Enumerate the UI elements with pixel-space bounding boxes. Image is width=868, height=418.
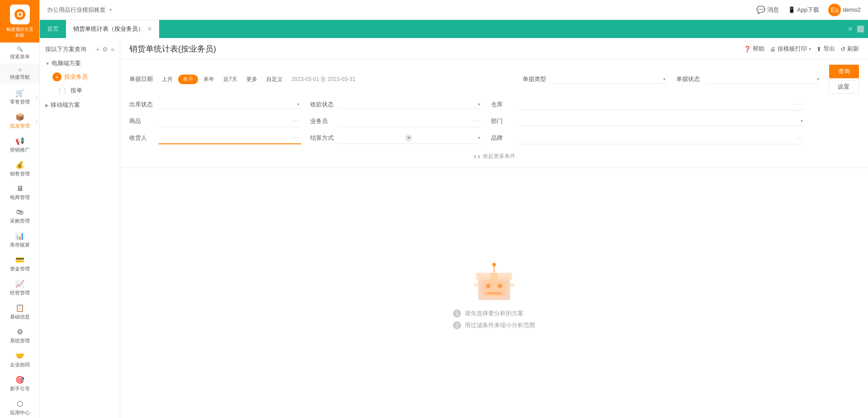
payment-status-dropdown-icon: ▾: [478, 102, 480, 107]
message-button[interactable]: 💬 消息: [756, 5, 779, 14]
filter-row-3: 商品 ··· 业务员 ··· 部门: [129, 115, 859, 127]
add-scheme-button[interactable]: +: [96, 46, 99, 53]
tip-1-num: 1: [453, 309, 461, 318]
tip-2-num: 2: [453, 321, 461, 329]
salesperson-input[interactable]: ···: [339, 115, 482, 127]
date-tab-custom[interactable]: 自定义: [263, 75, 286, 84]
active-indicator: ●: [52, 72, 61, 81]
sidebar-item-sales[interactable]: 💰 销售管理: [0, 157, 39, 181]
date-tab-this-month[interactable]: 本月: [178, 75, 198, 84]
quick-nav-icon: ☆: [18, 67, 22, 73]
search-icon: 🔍: [17, 46, 23, 52]
date-range-text: 2023-03-01 至 2023-03-31: [292, 76, 355, 83]
sidebar-item-retail[interactable]: 🛒 零售管理 ›: [0, 85, 39, 109]
chevron-right-icon: ▶: [45, 103, 49, 108]
date-tab-last-month[interactable]: 上月: [158, 75, 176, 84]
mobile-group-header[interactable]: ▶ 移动端方案: [40, 99, 120, 111]
receiver-input[interactable]: ···: [158, 132, 301, 144]
settlement-label: 结算方式: [310, 134, 335, 142]
sidebar-item-newbie[interactable]: 🎯 新手引导: [0, 372, 39, 396]
product-label: 商品: [129, 117, 155, 125]
svg-point-7: [498, 284, 502, 288]
tab-home[interactable]: 首页: [40, 20, 66, 38]
sidebar-item-marketing[interactable]: 📢 营销推广: [0, 133, 39, 157]
scheme-panel: 按以下方案查询 + ⚙ « ▼ 电脑端方案 ● 按业务员 ⋮⋮: [40, 38, 120, 418]
sidebar-item-business[interactable]: 📈 经营管理: [0, 276, 39, 300]
scheme-panel-header: 按以下方案查询 + ⚙ «: [40, 43, 120, 56]
settlement-input[interactable]: ✕ ▾: [339, 133, 482, 144]
page-actions: ❓ 帮助 🖨 按模板打印 ▾ ⬆ 导出 ↺ 刷新: [744, 45, 859, 53]
chevron-down-icon: ▼: [45, 61, 50, 66]
content-area: 按以下方案查询 + ⚙ « ▼ 电脑端方案 ● 按业务员 ⋮⋮: [40, 38, 868, 418]
appstore-icon: ⬡: [17, 399, 23, 408]
date-tab-more[interactable]: 更多: [243, 75, 261, 84]
page-title: 销货单统计表(按业务员): [129, 43, 216, 54]
help-button[interactable]: ❓ 帮助: [744, 45, 764, 53]
sidebar-item-wholesale[interactable]: 📦 批发管理 ›: [0, 109, 39, 133]
system-icon: ⚙: [17, 328, 23, 336]
sidebar-item-appstore[interactable]: ⬡ 应用中心: [0, 396, 39, 418]
sidebar-item-inventory[interactable]: 📊 库存核算: [0, 228, 39, 252]
close-window-icon[interactable]: ✕: [848, 25, 853, 33]
sidebar-item-system[interactable]: ⚙ 系统管理: [0, 324, 39, 348]
out-status-label: 出库状态: [129, 100, 155, 109]
sidebar-item-basic[interactable]: 📋 基础信息: [0, 300, 39, 324]
brand-input[interactable]: ···: [520, 132, 805, 144]
date-tab-this-year[interactable]: 本年: [200, 75, 218, 84]
svg-point-6: [486, 284, 491, 288]
setting-button[interactable]: 设置: [828, 80, 859, 94]
receiver-more-icon: ···: [292, 133, 299, 142]
print-button[interactable]: 🖨 按模板打印 ▾: [770, 45, 811, 53]
settings-scheme-button[interactable]: ⚙: [102, 46, 108, 53]
print-icon: 🖨: [770, 46, 776, 52]
sidebar-item-purchase[interactable]: 🛍 采购管理: [0, 204, 39, 228]
phone-icon: 📱: [788, 6, 795, 13]
sidebar-item-ecommerce[interactable]: 🖥 电商管理: [0, 181, 39, 204]
sidebar-item-finance[interactable]: 💳 资金管理: [0, 252, 39, 276]
settlement-dropdown-icon: ▾: [478, 135, 480, 140]
order-icon: ⋮⋮: [57, 87, 68, 94]
doc-type-input[interactable]: ▾: [552, 75, 667, 84]
out-status-input[interactable]: ▾: [158, 100, 301, 109]
app-download-button[interactable]: 📱 App下载: [788, 6, 819, 14]
tab-close-button[interactable]: ✕: [147, 26, 152, 32]
logo-text: 畅捷通好生意 标版: [6, 26, 33, 38]
quick-nav-item[interactable]: ☆ 快捷导航: [0, 64, 39, 83]
department-input[interactable]: ▾: [520, 117, 805, 126]
search-menu-item[interactable]: 🔍 搜索菜单: [0, 43, 39, 64]
tab-expand-area: ✕ ⬜: [848, 25, 864, 33]
tab-sales-stats[interactable]: 销货单统计表（按业务员） ✕: [66, 20, 159, 38]
export-button[interactable]: ⬆ 导出: [816, 45, 835, 53]
doc-status-input[interactable]: ▾: [705, 75, 821, 84]
settlement-clear-button[interactable]: ✕: [405, 134, 412, 142]
query-button[interactable]: 查询: [829, 65, 859, 78]
finance-icon: 💳: [15, 256, 24, 264]
sidebar-logo[interactable]: 畅捷通好生意 标版: [0, 0, 39, 43]
payment-status-label: 收款状态: [310, 100, 335, 109]
business-icon: 📈: [15, 280, 24, 288]
filter-doc-status: 单据状态 ▾: [676, 75, 821, 84]
filter-date: 单据日期 上月 本月 本年 近7天 更多 自定义 2023-03-01 至 20…: [129, 75, 355, 84]
date-tab-last-7[interactable]: 近7天: [220, 75, 241, 84]
empty-illustration: [467, 257, 521, 302]
scheme-item-by-salesperson[interactable]: ● 按业务员: [40, 70, 120, 84]
collapse-conditions-button[interactable]: ∧∧ 收起更多条件: [473, 152, 515, 160]
user-menu[interactable]: Ea demo2: [828, 4, 861, 16]
maximize-icon[interactable]: ⬜: [857, 25, 864, 33]
collapse-panel-button[interactable]: «: [111, 46, 114, 53]
filter-settlement: 结算方式 ✕ ▾: [310, 133, 482, 144]
account-selector[interactable]: 办公用品行业模拟账套 ▾: [47, 6, 112, 14]
product-input[interactable]: ···: [158, 115, 301, 127]
date-label: 单据日期: [129, 75, 155, 83]
sidebar-item-company[interactable]: 🤝 企业协同: [0, 348, 39, 372]
refresh-button[interactable]: ↺ 刷新: [840, 45, 859, 53]
warehouse-input[interactable]: ···: [520, 98, 805, 110]
filter-brand: 品牌 ···: [491, 132, 805, 144]
desktop-group-header[interactable]: ▼ 电脑端方案: [40, 57, 120, 70]
payment-status-input[interactable]: ▾: [339, 100, 482, 109]
page-header: 销货单统计表(按业务员) ❓ 帮助 🖨 按模板打印 ▾ ⬆ 导出: [120, 38, 868, 59]
desktop-scheme-group: ▼ 电脑端方案 ● 按业务员 ⋮⋮ 按单: [40, 56, 120, 98]
chevron-up-icon: ∧∧: [473, 153, 481, 160]
marketing-icon: 📢: [15, 137, 24, 145]
scheme-item-by-order[interactable]: ⋮⋮ 按单: [40, 84, 120, 97]
